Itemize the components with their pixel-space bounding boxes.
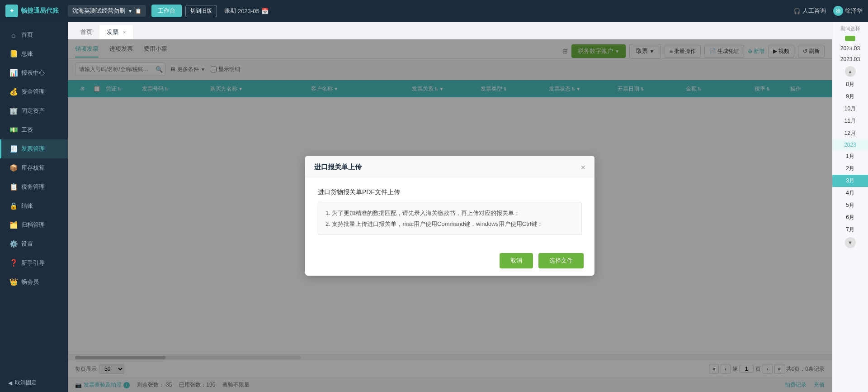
period-10[interactable]: 10月	[832, 103, 868, 115]
salary-icon: 💵	[9, 126, 18, 134]
sidebar-item-guide[interactable]: ❓ 新手引导	[0, 253, 68, 272]
cancel-pin-label: 取消固定	[15, 379, 37, 387]
tab-close-button[interactable]: ×	[123, 29, 126, 35]
sidebar-item-salary[interactable]: 💵 工资	[0, 120, 68, 139]
sidebar-label-tax: 税务管理	[21, 183, 45, 191]
sidebar-label-inventory: 库存核算	[21, 164, 45, 172]
funds-icon: 💰	[9, 88, 18, 96]
sidebar-label-ledger: 总账	[21, 50, 33, 58]
modal-title: 进口报关单上传	[314, 163, 362, 172]
inventory-icon: 📦	[9, 164, 18, 172]
tab-home-label: 首页	[80, 29, 92, 35]
year-2023[interactable]: 2023	[832, 139, 868, 150]
main-content: 首页 发票 × 销项发票 进项发票 费用小票	[68, 22, 832, 392]
calendar-icon: 📅	[261, 8, 269, 14]
app-logo: ✦ 畅捷通易代账	[5, 5, 59, 17]
switch-version-button[interactable]: 切到旧版	[185, 5, 217, 17]
ledger-icon: 📒	[9, 50, 18, 58]
logo-icon: ✦	[5, 5, 18, 17]
detected-text: IIfe	[242, 5, 251, 12]
period-8[interactable]: 8月	[832, 78, 868, 91]
modal-select-file-button[interactable]: 选择文件	[538, 253, 584, 268]
modal-close-button[interactable]: ×	[580, 163, 585, 172]
period-3-active[interactable]: 3月	[832, 175, 868, 187]
import-modal: 进口报关单上传 × 进口货物报关单PDF文件上传 1. 为了更加精准的数据匹配，…	[305, 156, 594, 276]
sidebar-item-funds[interactable]: 💰 资金管理	[0, 82, 68, 101]
sidebar-item-tax[interactable]: 📋 税务管理	[0, 177, 68, 196]
tab-home[interactable]: 首页	[75, 25, 98, 39]
service-button[interactable]: 🎧 人工咨询	[793, 7, 826, 15]
sidebar-label-settings: 设置	[21, 240, 33, 248]
company-selector[interactable]: 沈海英测试经营勿删 ▼ 📋	[68, 5, 146, 17]
user-name: 徐泽华	[845, 7, 863, 15]
modal-body: 进口货物报关单PDF文件上传 1. 为了更加精准的数据匹配，请先录入海关缴款书，…	[305, 177, 594, 246]
sidebar-label-archive: 归档管理	[21, 221, 45, 229]
cancel-pin-button[interactable]: ◀ 取消固定	[0, 373, 68, 392]
sidebar-label-invoice: 发票管理	[21, 145, 45, 153]
period-1[interactable]: 1月	[832, 150, 868, 163]
chevron-down-icon: ▼	[128, 9, 132, 14]
modal-info-box: 1. 为了更加精准的数据匹配，请先录入海关缴款书，再上传对应的报关单； 2. 支…	[318, 202, 582, 235]
sidebar-item-settings[interactable]: ⚙️ 设置	[0, 234, 68, 253]
main-layout: ⌂ 首页 📒 总账 📊 报表中心 💰 资金管理 🏢 固定资产 💵 工资 🧾 发票…	[0, 22, 868, 392]
sidebar-item-home[interactable]: ⌂ 首页	[0, 25, 68, 44]
sidebar-item-ledger[interactable]: 📒 总账	[0, 44, 68, 63]
pin-icon: ◀	[8, 380, 12, 386]
collapse-button[interactable]: ▲	[845, 66, 856, 77]
sidebar-item-archive[interactable]: 🗂️ 归档管理	[0, 215, 68, 234]
modal-header: 进口报关单上传 ×	[305, 156, 594, 177]
sidebar-label-salary: 工资	[21, 126, 33, 134]
user-avatar-icon: 徐	[833, 6, 843, 16]
open-close-section: 开票日期	[845, 34, 855, 43]
sidebar-label-close: 结账	[21, 202, 33, 210]
period-2023-03-second[interactable]: 2023.03	[832, 54, 868, 65]
modal-info-line1: 1. 为了更加精准的数据匹配，请先录入海关缴款书，再上传对应的报关单；	[326, 208, 574, 218]
sidebar-item-assets[interactable]: 🏢 固定资产	[0, 101, 68, 120]
period-11[interactable]: 11月	[832, 115, 868, 127]
archive-icon: 🗂️	[9, 221, 18, 229]
sidebar-item-close[interactable]: 🔒 结账	[0, 196, 68, 215]
sidebar-label-home: 首页	[21, 31, 33, 39]
user-profile[interactable]: 徐 徐泽华	[833, 6, 863, 16]
period-12[interactable]: 12月	[832, 127, 868, 139]
period-4[interactable]: 4月	[832, 187, 868, 199]
service-label: 人工咨询	[802, 7, 826, 15]
period-2023-03-first[interactable]: 2023.03	[832, 43, 868, 54]
sidebar-label-assets: 固定资产	[21, 107, 45, 115]
open-date-button[interactable]: 开票日期	[845, 36, 855, 41]
period-6[interactable]: 6月	[832, 211, 868, 224]
right-panel: 期间选择 开票日期 2023.03 2023.03 ▲ 8月 9月 10月 11…	[832, 22, 868, 392]
report-icon: 📊	[9, 69, 18, 77]
tab-invoice-label: 发票	[107, 29, 118, 35]
headset-icon: 🎧	[793, 8, 801, 14]
close-accounts-icon: 🔒	[9, 202, 18, 210]
member-icon: 👑	[9, 278, 18, 286]
sidebar-item-invoice[interactable]: 🧾 发票管理	[0, 139, 68, 158]
sidebar-item-inventory[interactable]: 📦 库存核算	[0, 158, 68, 177]
period-label-text: 账期	[224, 7, 236, 15]
period-2[interactable]: 2月	[832, 163, 868, 175]
home-icon: ⌂	[9, 31, 18, 39]
invoice-icon: 🧾	[9, 145, 18, 153]
sidebar-label-funds: 资金管理	[21, 88, 45, 96]
tax-icon: 📋	[9, 183, 18, 191]
tab-invoice[interactable]: 发票 ×	[99, 25, 133, 39]
sidebar-label-report: 报表中心	[21, 69, 45, 77]
sidebar-item-report[interactable]: 📊 报表中心	[0, 63, 68, 82]
page-content: 销项发票 进项发票 费用小票 ⊞ 税务数字账户 ▼ 取票	[68, 39, 832, 392]
sidebar-label-member: 畅会员	[21, 278, 39, 286]
period-9[interactable]: 9月	[832, 91, 868, 103]
top-bar-right: 🎧 人工咨询 徐 徐泽华	[793, 6, 863, 16]
period-5[interactable]: 5月	[832, 199, 868, 211]
workbench-button[interactable]: 工作台	[151, 5, 182, 17]
expand-button[interactable]: ▼	[845, 237, 856, 248]
settings-icon: ⚙️	[9, 240, 18, 248]
sidebar-item-member[interactable]: 👑 畅会员	[0, 272, 68, 292]
period-selector-title: 期间选择	[840, 24, 860, 34]
top-bar: ✦ 畅捷通易代账 沈海英测试经营勿删 ▼ 📋 工作台 切到旧版 账期 2023-…	[0, 0, 868, 22]
period-7[interactable]: 7月	[832, 224, 868, 236]
app-name: 畅捷通易代账	[21, 7, 59, 15]
modal-cancel-button[interactable]: 取消	[500, 253, 533, 268]
modal-footer: 取消 选择文件	[305, 246, 594, 276]
sidebar: ⌂ 首页 📒 总账 📊 报表中心 💰 资金管理 🏢 固定资产 💵 工资 🧾 发票…	[0, 22, 68, 392]
